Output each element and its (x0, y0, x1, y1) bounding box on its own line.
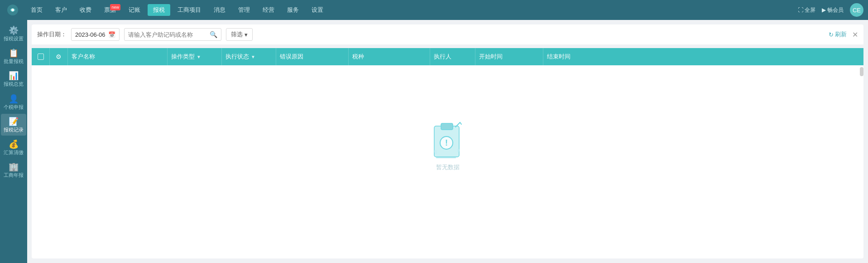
nav-item-fee[interactable]: 收费 (74, 4, 97, 16)
sidebar-item-annual-report[interactable]: 🏢 工商年报 (1, 159, 26, 181)
toolbar-right: ↻ 刷新 ✕ (829, 30, 858, 39)
sidebar-item-tax-overview[interactable]: 📊 报税总览 (1, 68, 26, 90)
top-nav: 首页 客户 收费 票据 new 记账 报税 工商项目 消息 管理 经营 服务 设… (0, 0, 868, 20)
scroll-indicator[interactable] (860, 67, 863, 76)
th-status[interactable]: 执行状态 ▼ (222, 48, 276, 65)
svg-point-1 (11, 9, 14, 11)
filter-button[interactable]: 筛选 ▾ (226, 28, 253, 41)
op-type-sort-icon: ▼ (197, 54, 201, 59)
nav-item-manage[interactable]: 管理 (233, 4, 255, 16)
th-executor: 执行人 (430, 48, 475, 65)
th-error-reason: 错误原因 (276, 48, 349, 65)
calendar-icon: 📅 (108, 31, 115, 38)
tax-settings-icon: ⚙️ (9, 26, 19, 34)
tax-record-icon: 📝 (9, 117, 19, 126)
date-label: 操作日期： (37, 30, 67, 39)
date-picker[interactable]: 2023-06-06 📅 (71, 28, 120, 41)
user-avatar[interactable]: CE (850, 3, 863, 17)
close-button[interactable]: ✕ (852, 30, 858, 39)
svg-line-10 (460, 122, 461, 124)
svg-rect-4 (441, 123, 453, 130)
search-box: 🔍 (124, 28, 221, 41)
search-input[interactable] (125, 31, 206, 38)
refresh-icon: ↻ (829, 31, 834, 38)
nav-item-bookkeep[interactable]: 记账 (123, 4, 146, 16)
sidebar-item-batch-tax[interactable]: 📋 批量报税 (1, 45, 26, 67)
th-settings[interactable]: ⚙ (50, 48, 68, 65)
member-icon: ▶ (822, 7, 826, 13)
member-btn[interactable]: ▶ 畅会员 (822, 6, 844, 14)
chevron-down-icon: ▾ (245, 31, 248, 38)
th-start-time: 开始时间 (475, 48, 543, 65)
empty-illustration: ! (427, 118, 468, 163)
table-container: ⚙ 客户名称 操作类型 ▼ 执行状态 ▼ 错误原因 税种 (32, 48, 863, 258)
nav-item-commerce[interactable]: 工商项目 (172, 4, 206, 16)
th-customer-name: 客户名称 (68, 48, 168, 65)
nav-item-service[interactable]: 服务 (282, 4, 304, 16)
fullscreen-icon: ⛶ (798, 7, 803, 13)
nav-items: 首页 客户 收费 票据 new 记账 报税 工商项目 消息 管理 经营 服务 设… (25, 4, 798, 16)
nav-item-invoice[interactable]: 票据 new (99, 4, 121, 16)
status-sort-icon: ▼ (251, 54, 255, 59)
top-nav-right: ⛶ 全屏 ▶ 畅会员 CE (798, 3, 863, 17)
th-op-type[interactable]: 操作类型 ▼ (168, 48, 222, 65)
svg-text:!: ! (445, 138, 448, 147)
search-button[interactable]: 🔍 (206, 31, 221, 38)
sidebar-item-annual-settlement[interactable]: 💰 汇算清缴 (1, 136, 26, 158)
annual-report-icon: 🏢 (9, 163, 19, 171)
refresh-button[interactable]: ↻ 刷新 (829, 30, 847, 39)
tax-overview-icon: 📊 (9, 72, 19, 80)
nav-item-home[interactable]: 首页 (25, 4, 48, 16)
logo[interactable] (5, 2, 21, 18)
sidebar-item-personal-tax[interactable]: 👤 个税申报 (1, 91, 26, 113)
select-all-checkbox[interactable] (38, 54, 44, 60)
new-badge: new (110, 4, 120, 10)
date-value: 2023-06-06 (75, 31, 106, 38)
table-header: ⚙ 客户名称 操作类型 ▼ 执行状态 ▼ 错误原因 税种 (32, 48, 863, 65)
sidebar: ⚙️ 报税设置 📋 批量报税 📊 报税总览 👤 个税申报 📝 报税记录 💰 汇算… (0, 20, 27, 263)
nav-item-operation[interactable]: 经营 (257, 4, 280, 16)
main-content: 操作日期： 2023-06-06 📅 🔍 筛选 ▾ ↻ 刷新 ✕ (27, 20, 868, 263)
column-settings-icon: ⚙ (56, 53, 62, 60)
search-icon: 🔍 (210, 31, 217, 38)
annual-settlement-icon: 💰 (9, 140, 19, 148)
sidebar-item-tax-settings[interactable]: ⚙️ 报税设置 (1, 23, 26, 44)
sidebar-item-tax-record[interactable]: 📝 报税记录 (1, 114, 26, 136)
nav-item-message[interactable]: 消息 (208, 4, 231, 16)
fullscreen-btn[interactable]: ⛶ 全屏 (798, 6, 815, 14)
nav-item-tax[interactable]: 报税 (148, 4, 170, 16)
batch-tax-icon: 📋 (9, 49, 19, 57)
personal-tax-icon: 👤 (9, 95, 19, 103)
empty-text: 暂无数据 (436, 163, 460, 171)
nav-item-customer[interactable]: 客户 (50, 4, 72, 16)
toolbar: 操作日期： 2023-06-06 📅 🔍 筛选 ▾ ↻ 刷新 ✕ (32, 24, 863, 44)
empty-state: ! 暂无数据 (32, 65, 863, 224)
th-end-time: 结束时间 (543, 48, 598, 65)
th-tax-type: 税种 (349, 48, 430, 65)
th-checkbox[interactable] (32, 48, 50, 65)
main-layout: ⚙️ 报税设置 📋 批量报税 📊 报税总览 👤 个税申报 📝 报税记录 💰 汇算… (0, 20, 868, 263)
nav-item-settings[interactable]: 设置 (306, 4, 329, 16)
